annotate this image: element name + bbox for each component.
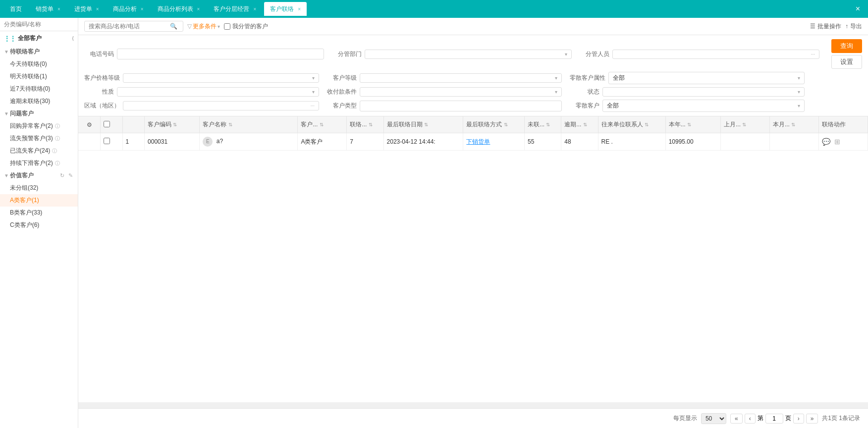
this-year-sort-icon[interactable]: ⇅ xyxy=(687,122,691,127)
nav-customer-tier[interactable]: 客户分层经营 × xyxy=(208,2,262,16)
all-customers-header[interactable]: ⋮⋮ 全部客户 ⟨ xyxy=(0,31,78,46)
contact-sort-icon[interactable]: ⇅ xyxy=(369,122,373,127)
sidebar-tomorrow-pending[interactable]: 明天待联络(1) xyxy=(0,70,78,83)
cust-type-input[interactable] xyxy=(360,101,562,111)
payment-select[interactable]: ▾ xyxy=(360,87,562,97)
sidebar-repurchase-abnormal[interactable]: 回购异常客户(2) ⓘ xyxy=(0,120,78,132)
sidebar-unclassified[interactable]: 未分组(32) xyxy=(0,182,78,194)
sidebar-search-input[interactable] xyxy=(4,21,78,28)
manager-more-icon[interactable]: ··· xyxy=(811,52,815,57)
batch-action-button[interactable]: ☰ 批量操作 xyxy=(810,22,841,31)
first-page-button[interactable]: « xyxy=(730,414,743,424)
row-select-checkbox[interactable] xyxy=(104,138,110,144)
unit-sort-icon[interactable]: ⇅ xyxy=(645,122,649,127)
my-customers-checkbox[interactable]: 我分管的客户 xyxy=(224,22,268,31)
no-contact-sort-icon[interactable]: ⇅ xyxy=(546,122,550,127)
problem-group-label[interactable]: ▼ 问题客户 xyxy=(0,107,78,120)
name-sort-icon[interactable]: ⇅ xyxy=(228,122,232,127)
overdue-col-header[interactable]: 逾期... ⇅ xyxy=(561,116,598,133)
cust-level-select[interactable]: ▾ xyxy=(360,73,562,83)
sidebar-7day-pending[interactable]: 近7天待联络(0) xyxy=(0,83,78,95)
this-year-col-header[interactable]: 本年... ⇅ xyxy=(665,116,720,133)
search-button[interactable]: 查询 xyxy=(831,39,862,53)
name-col-header[interactable]: 客户名称 ⇅ xyxy=(200,116,298,133)
row-checkbox[interactable] xyxy=(101,133,123,151)
dept-select[interactable]: ▾ xyxy=(365,50,572,59)
sidebar-class-a[interactable]: A类客户(1) xyxy=(0,194,78,207)
my-customers-check[interactable] xyxy=(224,23,230,30)
nav-purchase[interactable]: 进货单 × xyxy=(68,2,105,16)
export-button[interactable]: ↑ 导出 xyxy=(845,22,862,31)
nav-analysis-list[interactable]: 商品分析列表 × xyxy=(152,2,206,16)
sidebar-overdue-contact[interactable]: 逾期未联络(30) xyxy=(0,95,78,107)
last-method-col-header[interactable]: 最后联络方式 ⇅ xyxy=(463,116,525,133)
region-more-icon[interactable]: ··· xyxy=(311,103,315,108)
nav-sales[interactable]: 销货单 × xyxy=(30,2,66,16)
filter-search-icon[interactable]: 🔍 xyxy=(170,23,177,30)
code-col-header[interactable]: 客户编码 ⇅ xyxy=(145,116,200,133)
no-contact-col-header[interactable]: 未联... ⇅ xyxy=(525,116,561,133)
sidebar-churn-warning[interactable]: 流失预警客户(3) ⓘ xyxy=(0,132,78,145)
sidebar-today-pending[interactable]: 今天待联络(0) xyxy=(0,58,78,70)
collapse-icon[interactable]: ⟨ xyxy=(72,36,74,41)
code-sort-icon[interactable]: ⇅ xyxy=(173,122,177,127)
last-month-col-header[interactable]: 上月... ⇅ xyxy=(720,116,769,133)
refresh-icon[interactable]: ↻ xyxy=(59,172,65,179)
value-group-label[interactable]: ▼ 价值客户 ↻ ✎ xyxy=(0,169,78,182)
close-purchase-icon[interactable]: × xyxy=(96,6,99,12)
last-date-sort-icon[interactable]: ⇅ xyxy=(424,122,428,127)
close-analysis-icon[interactable]: × xyxy=(141,6,144,12)
sidebar-search[interactable]: 🔍 xyxy=(0,18,78,31)
phone-input[interactable] xyxy=(117,49,324,59)
prev-page-button[interactable]: ‹ xyxy=(745,414,756,424)
last-method-link[interactable]: 下销货单 xyxy=(466,138,490,145)
sidebar-class-b[interactable]: B类客户(33) xyxy=(0,207,78,219)
status-select[interactable]: ▾ xyxy=(602,87,805,97)
close-sales-icon[interactable]: × xyxy=(57,6,60,12)
filter-search-box[interactable]: 🔍 xyxy=(84,21,183,32)
setting-button[interactable]: 设置 xyxy=(831,55,862,69)
row-last-method[interactable]: 下销货单 xyxy=(463,133,525,151)
edit-icon[interactable]: ✎ xyxy=(67,172,74,179)
chat-action-icon[interactable]: 💬 xyxy=(822,138,830,146)
close-tier-icon[interactable]: × xyxy=(253,6,256,12)
unit-contact-col-header[interactable]: 往来单位联系人 ⇅ xyxy=(598,116,665,133)
last-month-sort-icon[interactable]: ⇅ xyxy=(742,122,746,127)
nature-select[interactable]: ▾ xyxy=(117,87,319,97)
close-all-button[interactable]: × xyxy=(852,2,864,15)
settings-col-header[interactable]: ⚙ xyxy=(78,116,101,133)
close-contact-icon[interactable]: × xyxy=(298,6,301,12)
price-level-select[interactable]: ▾ xyxy=(123,73,319,83)
last-date-col-header[interactable]: 最后联络日期 ⇅ xyxy=(383,116,463,133)
next-page-button[interactable]: › xyxy=(793,414,804,424)
sidebar-churned[interactable]: 已流失客户(24) ⓘ xyxy=(0,145,78,157)
sidebar-class-c[interactable]: C类客户(6) xyxy=(0,219,78,231)
last-method-sort-icon[interactable]: ⇅ xyxy=(504,122,508,127)
manager-input[interactable]: ··· xyxy=(612,50,819,59)
filter-search-input[interactable] xyxy=(89,23,168,30)
close-analysis-list-icon[interactable]: × xyxy=(197,6,200,12)
select-all-checkbox[interactable] xyxy=(104,121,110,127)
grid-action-icon[interactable]: ⊞ xyxy=(834,138,840,146)
page-size-select[interactable]: 50 100 200 xyxy=(701,413,726,424)
retail-attr-select[interactable]: 全部 ▾ xyxy=(608,72,805,84)
more-filters-button[interactable]: ▽ 更多条件 ▾ xyxy=(187,22,220,31)
level-sort-icon[interactable]: ⇅ xyxy=(320,122,324,127)
checkbox-col-header[interactable] xyxy=(101,116,123,133)
horizontal-scrollbar[interactable] xyxy=(78,402,868,408)
pending-group-label[interactable]: ▼ 待联络客户 xyxy=(0,46,78,58)
sidebar-declining[interactable]: 持续下滑客户(2) ⓘ xyxy=(0,157,78,169)
retail-cust-select[interactable]: 全部 ▾ xyxy=(602,100,805,112)
this-month-sort-icon[interactable]: ⇅ xyxy=(791,122,795,127)
region-select[interactable]: ··· xyxy=(123,101,319,110)
contact-col-header[interactable]: 联络... ⇅ xyxy=(347,116,383,133)
this-month-col-header[interactable]: 本月... ⇅ xyxy=(769,116,818,133)
last-page-button[interactable]: » xyxy=(806,414,818,424)
price-level-field: 客户价格等级 ▾ xyxy=(84,73,319,83)
nav-product-analysis[interactable]: 商品分析 × xyxy=(107,2,150,16)
nav-home[interactable]: 首页 xyxy=(4,2,28,16)
overdue-sort-icon[interactable]: ⇅ xyxy=(583,122,587,127)
page-number-input[interactable] xyxy=(765,414,783,424)
level-col-header[interactable]: 客户... ⇅ xyxy=(298,116,347,133)
nav-customer-contact[interactable]: 客户联络 × xyxy=(264,2,307,16)
